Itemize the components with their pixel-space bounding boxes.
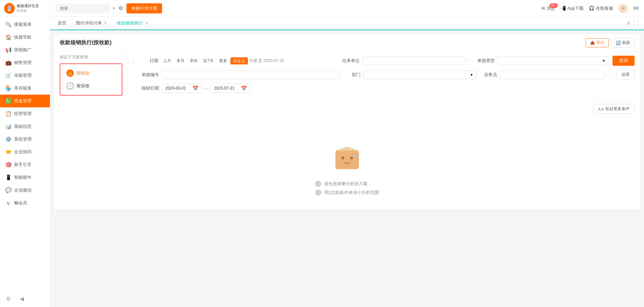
collapse-more-button[interactable]: ∧∧ 收起更多条件	[593, 104, 635, 114]
date-label: 日期	[142, 58, 158, 64]
writeoff-date-start-input[interactable]: 2023-03-01 📅	[162, 84, 202, 93]
tabbar-spacer	[153, 17, 624, 30]
tab-collection-close[interactable]: ✕	[145, 21, 148, 25]
sidebar-item-marketing[interactable]: 📢 营销推广	[0, 44, 50, 56]
writeoff-date-start-value: 2023-03-01	[165, 86, 186, 91]
voucher-type-select[interactable]: ▾	[497, 56, 608, 65]
logo-icon: 🐰	[4, 3, 15, 14]
calendar-start-icon: 📅	[193, 86, 198, 91]
sales-icon: 💼	[5, 60, 11, 66]
sidebar-item-quicknav-label: 快捷导航	[14, 34, 32, 40]
date-preset-thisyear[interactable]: 本年	[188, 57, 200, 65]
sidebar-settings-btn[interactable]: ⚙	[3, 294, 13, 304]
tab-expand-icon[interactable]: ⛶	[633, 20, 639, 26]
filter-actions-row: ∧∧ 收起更多条件	[54, 101, 640, 118]
staff-dots-btn[interactable]: ···	[606, 72, 612, 78]
sidebar-item-wechat[interactable]: 💬 企业微信	[0, 184, 50, 197]
tab-collection[interactable]: 收款核销执行 ✕	[112, 17, 153, 30]
sidebar-item-inventory-label: 库存核算	[14, 85, 32, 91]
date-preset-7days[interactable]: 近7天	[201, 57, 216, 65]
receivable-option-icon: ⏱	[66, 82, 74, 90]
topbar-search-input[interactable]	[56, 4, 109, 12]
sidebar-item-guide-label: 新手引导	[14, 162, 32, 168]
date-preset-more[interactable]: 更多	[217, 57, 229, 65]
dept-chevron-icon: ▾	[471, 72, 473, 77]
tab-close-all-icon[interactable]: ✕	[626, 20, 631, 27]
sidebar-collapse-btn[interactable]: ◀	[17, 294, 27, 304]
date-preset-lastmonth[interactable]: 上月	[161, 57, 173, 65]
counterparty-input[interactable]	[362, 56, 466, 65]
sidebar-item-vip[interactable]: V 畅会员	[0, 197, 50, 209]
voucher-type-field: 单据类型 ▾	[477, 56, 608, 65]
staff-field: 业务员 ···	[480, 70, 612, 79]
filter-option-by-collection-label: 按收款	[76, 70, 90, 76]
avatar[interactable]: R	[619, 4, 628, 13]
chevron-down-icon[interactable]: ▾	[113, 6, 115, 11]
filter-collapse-btn[interactable]: 《	[128, 52, 136, 72]
solution-button[interactable]: 体验行业方案	[126, 3, 162, 13]
sidebar-item-search[interactable]: 🔍 搜索菜单	[0, 18, 50, 31]
refresh-button[interactable]: 🔄 刷新	[611, 38, 635, 47]
sidebar: 🐰 畅捷通好生意 标准版 🔍 搜索菜单 🏠 快捷导航 📢 营销推广 💼 销售管理…	[0, 0, 50, 307]
search-icon: 🔍	[5, 21, 11, 28]
sidebar-item-funds[interactable]: 💹 资金管理	[0, 95, 50, 107]
content-section: 收款核销执行(按收款) 📤 导出 🔄 刷新 按	[54, 34, 640, 209]
topbar: ▾ ⚙ 体验行业方案 ✉ 消息 99+ 📲 App下载 🎧 在线客服 R Rit	[50, 0, 644, 17]
export-icon: 📤	[590, 41, 595, 45]
main-area: ▾ ⚙ 体验行业方案 ✉ 消息 99+ 📲 App下载 🎧 在线客服 R Rit…	[50, 0, 644, 307]
tab-prepay-close[interactable]: ✕	[104, 21, 107, 25]
calendar-end-icon: 📅	[241, 86, 247, 91]
filter-option-by-collection[interactable]: 💰 按收款	[63, 67, 119, 80]
sidebar-item-operations[interactable]: 📋 经营管理	[0, 107, 50, 120]
staff-label: 业务员	[480, 72, 497, 78]
date-custom-tag[interactable]: 自定义	[230, 57, 248, 64]
tab-collection-label: 收款核销执行	[117, 20, 143, 26]
dept-label: 部门	[344, 72, 361, 78]
empty-hint-1-text: 请先选择要分析的方案	[324, 181, 368, 187]
staff-input[interactable]	[500, 70, 605, 79]
empty-svg-illustration	[327, 141, 367, 174]
topbar-right: ✉ 消息 99+ 📲 App下载 🎧 在线客服 R Rit	[541, 4, 639, 13]
refresh-icon: 🔄	[616, 41, 621, 45]
query-button[interactable]: 查询	[612, 56, 635, 66]
date-preset-thismonth[interactable]: 本月	[174, 57, 186, 65]
page-actions: 📤 导出 🔄 刷新	[586, 38, 635, 51]
sidebar-item-sales-label: 销售管理	[14, 60, 32, 66]
date-separator: —	[204, 86, 208, 91]
tab-prepay-label: 预付冲应付单	[76, 20, 102, 26]
sidebar-item-quicknav[interactable]: 🏠 快捷导航	[0, 31, 50, 44]
sidebar-nav: 🔍 搜索菜单 🏠 快捷导航 📢 营销推广 💼 销售管理 🛒 采购管理 🏪 库存核…	[0, 17, 50, 290]
message-button[interactable]: ✉ 消息 99+	[541, 5, 555, 11]
logo-text-group: 畅捷通好生意 标准版	[17, 3, 39, 13]
collection-option-icon: 💰	[66, 69, 74, 77]
filter-option-by-receivable[interactable]: ⏱ 按应收	[63, 80, 119, 92]
voucher-no-input[interactable]	[162, 70, 340, 79]
wechat-icon: 💬	[5, 187, 11, 193]
dept-select[interactable]: ▾	[363, 70, 476, 79]
sidebar-item-marketing-label: 营销推广	[14, 47, 32, 53]
counterparty-dots-btn[interactable]: ···	[467, 58, 473, 64]
tab-home-label: 首页	[58, 20, 66, 26]
sidebar-item-inventory[interactable]: 🏪 库存核算	[0, 82, 50, 95]
setting-btn-col: 设置	[616, 70, 635, 80]
app-download-button[interactable]: 📲 App下载	[560, 5, 584, 11]
writeoff-date-end-input[interactable]: 2023-07-21 📅	[210, 84, 251, 93]
sidebar-item-purchase[interactable]: 🛒 采购管理	[0, 69, 50, 82]
sidebar-item-system[interactable]: ⚙️ 系统管理	[0, 133, 50, 146]
setting-button[interactable]: 设置	[616, 70, 635, 80]
export-button[interactable]: 📤 导出	[586, 38, 609, 47]
settings-icon[interactable]: ⚙	[118, 5, 123, 11]
logo-name: 畅捷通好生意	[17, 3, 39, 8]
online-service-button[interactable]: 🎧 在线客服	[589, 5, 613, 11]
tab-home[interactable]: 首页	[53, 17, 71, 30]
sidebar-item-enterprise[interactable]: 🤝 企业协同	[0, 146, 50, 158]
user-name[interactable]: Rit	[633, 6, 639, 11]
home-icon: 🏠	[5, 34, 11, 40]
hint-num-2: 2	[315, 190, 321, 196]
sidebar-item-sales[interactable]: 💼 销售管理	[0, 56, 50, 69]
sidebar-item-hardware[interactable]: 📱 智能硬件	[0, 171, 50, 184]
sidebar-item-guide[interactable]: 🎯 新手引导	[0, 158, 50, 171]
tab-prepay[interactable]: 预付冲应付单 ✕	[71, 17, 112, 30]
sidebar-item-basic[interactable]: 📊 基础信息	[0, 120, 50, 133]
svg-point-4	[350, 157, 353, 159]
